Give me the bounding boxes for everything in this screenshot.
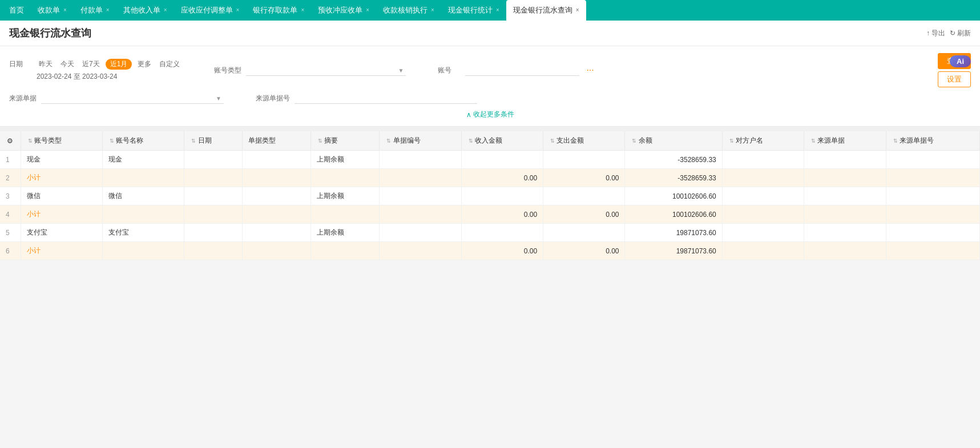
cell-summary: 上期余额 xyxy=(311,187,380,205)
export-icon: ↑ xyxy=(926,29,930,37)
cell-balance: 100102606.60 xyxy=(625,187,722,205)
nav-item-home[interactable]: 首页 xyxy=(2,0,31,21)
data-table: ⚙ ⇅ 账号类型 ⇅ 账号名称 ⇅ 日期 单据类型 ⇅ 摘要 ⇅ 单据编号 ⇅ … xyxy=(0,131,980,260)
account-input[interactable] xyxy=(465,65,579,76)
account-type-label: 账号类型 xyxy=(214,66,241,75)
cell-doc-no xyxy=(380,169,461,187)
close-icon[interactable]: × xyxy=(236,0,240,21)
close-icon[interactable]: × xyxy=(63,0,67,21)
shortcut-custom[interactable]: 自定义 xyxy=(157,59,182,70)
cell-source-doc xyxy=(804,205,886,224)
row-num: 1 xyxy=(0,151,21,169)
nav-item-advance[interactable]: 预收冲应收单 × xyxy=(311,0,376,21)
shortcut-1month[interactable]: 近1月 xyxy=(106,59,132,70)
shortcut-7days[interactable]: 近7天 xyxy=(80,59,102,70)
table-row[interactable]: 4 小计 0.00 0.00 100102606.60 xyxy=(0,205,980,224)
shortcut-today[interactable]: 今天 xyxy=(58,59,76,70)
table-body: 1 现金 现金 上期余额 -3528659.33 2 小计 0.00 0.00 … xyxy=(0,151,980,260)
more-options-icon[interactable]: ··· xyxy=(586,65,594,75)
cell-source-doc-no xyxy=(886,169,979,187)
export-button[interactable]: ↑ 导出 xyxy=(926,29,945,38)
cell-source-doc xyxy=(804,224,886,242)
nav-item-adjustment[interactable]: 应收应付调整单 × xyxy=(174,0,247,21)
cell-summary xyxy=(311,169,380,187)
table-row[interactable]: 3 微信 微信 上期余额 100102606.60 xyxy=(0,187,980,205)
chevron-up-icon: ∧ xyxy=(466,111,471,119)
column-expense[interactable]: ⇅ 支出金额 xyxy=(543,131,625,151)
close-icon[interactable]: × xyxy=(106,0,110,21)
column-doc-type[interactable]: 单据类型 xyxy=(242,131,310,151)
column-source-doc-no[interactable]: ⇅ 来源单据号 xyxy=(886,131,979,151)
column-income[interactable]: ⇅ 收入金额 xyxy=(461,131,543,151)
nav-item-verification[interactable]: 收款核销执行 × xyxy=(376,0,441,21)
nav-item-payment[interactable]: 付款单 × xyxy=(74,0,116,21)
cell-source-doc xyxy=(804,151,886,169)
sort-arrows: ⇅ xyxy=(811,138,816,144)
table-row[interactable]: 2 小计 0.00 0.00 -3528659.33 xyxy=(0,169,980,187)
cell-source-doc xyxy=(804,187,886,205)
date-shortcuts: 昨天 今天 近7天 近1月 更多 自定义 xyxy=(37,59,182,70)
cell-date xyxy=(184,187,243,205)
cell-doc-no xyxy=(380,187,461,205)
table-row[interactable]: 6 小计 0.00 0.00 19871073.60 xyxy=(0,242,980,260)
table-header: ⚙ ⇅ 账号类型 ⇅ 账号名称 ⇅ 日期 单据类型 ⇅ 摘要 ⇅ 单据编号 ⇅ … xyxy=(0,131,980,151)
column-settings[interactable]: ⚙ xyxy=(0,131,21,151)
close-icon[interactable]: × xyxy=(431,0,434,21)
nav-item-other-income[interactable]: 其他收入单 × xyxy=(116,0,174,21)
date-label: 日期 xyxy=(9,59,32,69)
column-account-name[interactable]: ⇅ 账号名称 xyxy=(102,131,184,151)
close-icon[interactable]: × xyxy=(496,0,499,21)
refresh-icon: ↻ xyxy=(950,29,955,37)
cell-counterparty xyxy=(722,242,804,260)
cell-income: 0.00 xyxy=(461,242,543,260)
column-account-type[interactable]: ⇅ 账号类型 xyxy=(21,131,102,151)
cell-doc-type xyxy=(242,205,310,224)
source-doc-no-input[interactable] xyxy=(295,93,477,104)
cell-balance: 19871073.60 xyxy=(625,242,722,260)
shortcut-yesterday[interactable]: 昨天 xyxy=(37,59,55,70)
refresh-button[interactable]: ↻ 刷新 xyxy=(950,29,971,38)
collapse-button[interactable]: ∧ 收起更多条件 xyxy=(9,110,971,119)
cell-account-name: 支付宝 xyxy=(102,224,184,242)
nav-item-receipt[interactable]: 收款单 × xyxy=(31,0,74,21)
close-icon[interactable]: × xyxy=(164,0,167,21)
column-summary[interactable]: ⇅ 摘要 xyxy=(311,131,380,151)
sort-arrows: ⇅ xyxy=(550,138,555,144)
table-row[interactable]: 1 现金 现金 上期余额 -3528659.33 xyxy=(0,151,980,169)
cell-income: 0.00 xyxy=(461,205,543,224)
close-icon[interactable]: × xyxy=(301,0,304,21)
column-counterparty[interactable]: ⇅ 对方户名 xyxy=(722,131,804,151)
cell-counterparty xyxy=(722,151,804,169)
account-type-select[interactable] xyxy=(246,65,406,76)
close-icon[interactable]: × xyxy=(366,0,369,21)
account-label: 账号 xyxy=(438,66,461,75)
cell-expense: 0.00 xyxy=(543,169,625,187)
cell-account-name xyxy=(102,242,184,260)
page-title: 现金银行流水查询 xyxy=(9,26,91,40)
source-doc-select[interactable] xyxy=(41,93,224,104)
cell-doc-type xyxy=(242,224,310,242)
cell-doc-type xyxy=(242,242,310,260)
nav-item-bank[interactable]: 银行存取款单 × xyxy=(246,0,311,21)
cell-source-doc-no xyxy=(886,205,979,224)
cell-income xyxy=(461,151,543,169)
cell-summary: 上期余额 xyxy=(311,224,380,242)
column-doc-no[interactable]: ⇅ 单据编号 xyxy=(380,131,461,151)
ai-badge[interactable]: Ai xyxy=(950,55,971,67)
settings-button[interactable]: 设置 xyxy=(938,71,971,87)
cell-source-doc-no xyxy=(886,242,979,260)
nav-item-bank-flow[interactable]: 现金银行流水查询 × xyxy=(506,0,586,21)
cell-account-name: 现金 xyxy=(102,151,184,169)
cell-account-name xyxy=(102,169,184,187)
cell-doc-no xyxy=(380,205,461,224)
table-row[interactable]: 5 支付宝 支付宝 上期余额 19871073.60 xyxy=(0,224,980,242)
shortcut-more[interactable]: 更多 xyxy=(135,59,154,70)
cell-account-type: 小计 xyxy=(21,169,102,187)
cell-income xyxy=(461,224,543,242)
column-source-doc[interactable]: ⇅ 来源单据 xyxy=(804,131,886,151)
nav-item-bank-stats[interactable]: 现金银行统计 × xyxy=(441,0,506,21)
close-icon[interactable]: × xyxy=(576,0,579,21)
column-balance[interactable]: ⇅ 余额 xyxy=(625,131,722,151)
column-date[interactable]: ⇅ 日期 xyxy=(184,131,243,151)
table-area: ⚙ ⇅ 账号类型 ⇅ 账号名称 ⇅ 日期 单据类型 ⇅ 摘要 ⇅ 单据编号 ⇅ … xyxy=(0,131,980,260)
